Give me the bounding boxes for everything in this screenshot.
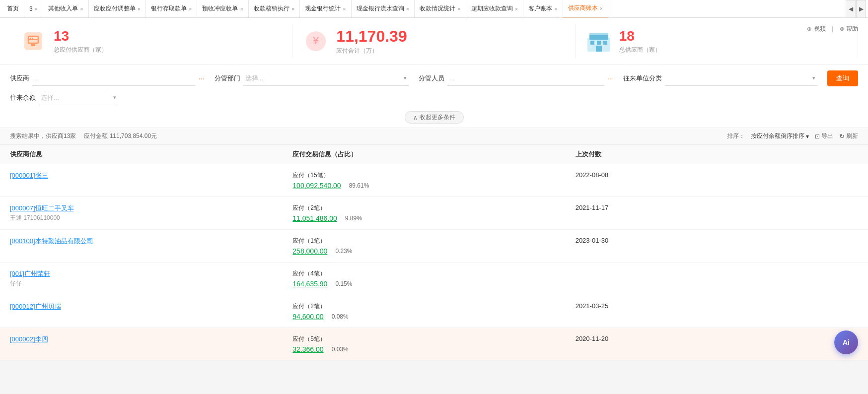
nav-arrow-left[interactable]: ◀ xyxy=(846,0,856,18)
payable-total-label: 应付合计（万） xyxy=(336,47,407,55)
results-bar: 搜索结果中，供应商13家 应付金额 111,703,854.00元 排序： 按应… xyxy=(0,128,868,145)
supplier-input[interactable] xyxy=(32,71,196,86)
video-link[interactable]: ⊙ 视频 xyxy=(807,25,825,33)
ai-button[interactable]: Ai xyxy=(834,330,858,354)
person-input[interactable] xyxy=(447,71,604,86)
dept-select[interactable]: 选择... ▾ xyxy=(243,71,409,86)
supplier-link[interactable]: [000001]张三 xyxy=(10,172,48,179)
export-label: 导出 xyxy=(821,132,833,140)
export-button[interactable]: ⊡ 导出 xyxy=(815,132,833,140)
nav-tab-customer-account[interactable]: 客户账本 × xyxy=(523,0,563,18)
nav-tab-advance-offset[interactable]: 预收冲应收单 × xyxy=(197,0,248,18)
supplier-link[interactable]: [000012]广州贝瑞 xyxy=(10,303,61,310)
tx-amount-link[interactable]: 258,000.00 xyxy=(292,247,327,255)
nav-tab-bank-deposit[interactable]: 银行存取款单 × xyxy=(146,0,197,18)
refresh-icon: ↻ xyxy=(839,132,845,140)
sort-label: 排序： xyxy=(727,132,745,140)
payable-total-info: 11,170.39 应付合计（万） xyxy=(336,27,407,55)
close-icon[interactable]: × xyxy=(240,6,243,12)
tx-amount-link[interactable]: 32,366.00 xyxy=(292,345,323,353)
filter-supplier: 供应商 ··· xyxy=(10,71,205,86)
header-supplier-info: 供应商信息 xyxy=(10,150,292,159)
person-dots-icon[interactable]: ··· xyxy=(607,74,613,82)
supplier-link[interactable]: [000002]李四 xyxy=(10,335,48,343)
nav-tab-advance-offset-label: 预收冲应收单 xyxy=(202,4,238,13)
supplier-sub: 王通 17106110000 xyxy=(10,214,292,222)
nav-tab-collection-check-label: 收款核销执行 xyxy=(254,4,289,13)
export-icon: ⊡ xyxy=(815,133,820,140)
sort-select[interactable]: 按应付余额倒序排序 ▾ xyxy=(751,132,809,140)
table-row: [000002]李四 应付（5笔） 32,366.00 0.03% 2020-1… xyxy=(0,328,868,361)
nav-tab-customer-account-label: 客户账本 xyxy=(528,4,552,13)
last-pay-date: 2023-01-30 xyxy=(576,237,609,244)
nav-tab-collection-check[interactable]: 收款核销执行 × xyxy=(249,0,300,18)
collapse-button[interactable]: ∧ 收起更多条件 xyxy=(405,111,464,124)
tx-label: 应付（15笔） xyxy=(292,171,575,180)
nav-arrows: ◀ ▶ xyxy=(846,0,866,18)
tx-row: 32,366.00 0.03% xyxy=(292,345,575,353)
tx-amount-link[interactable]: 100,092,540.00 xyxy=(292,182,341,190)
supplier-link[interactable]: [000007]恒旺二手叉车 xyxy=(10,204,74,212)
filter-category: 往来单位分类 ▾ xyxy=(623,71,818,86)
filter-balance: 往来余额 选择... ▾ xyxy=(10,90,119,105)
close-icon[interactable]: × xyxy=(35,6,38,12)
close-icon[interactable]: × xyxy=(189,6,192,12)
supplier-link[interactable]: [000100]本特勤油品有限公司 xyxy=(10,237,93,245)
tx-amount-link[interactable]: 11,051,486.00 xyxy=(292,214,337,222)
close-icon[interactable]: × xyxy=(515,6,518,12)
refresh-button[interactable]: ↻ 刷新 xyxy=(839,132,858,140)
nav-tab-home[interactable]: 首页 xyxy=(2,0,24,18)
last-pay-cell: 2020-11-20 xyxy=(576,335,858,342)
nav-tab-cash-bank-flow[interactable]: 现金银行流水查询 × xyxy=(352,0,415,18)
svg-rect-0 xyxy=(24,32,42,50)
refresh-label: 刷新 xyxy=(846,132,858,140)
collapse-chevron-icon: ∧ xyxy=(413,114,418,121)
close-icon[interactable]: × xyxy=(291,6,294,12)
filter-row-1: 供应商 ··· 分管部门 选择... ▾ 分管人员 ··· 往来单位分类 ▾ 查… xyxy=(10,70,858,86)
nav-tab-cash-bank-stat[interactable]: 现金银行统计 × xyxy=(300,0,351,18)
chevron-down-icon: ▾ xyxy=(113,94,116,101)
nav-tab-payable-adjust-label: 应收应付调整单 xyxy=(94,4,136,13)
last-pay-date: 2020-11-20 xyxy=(576,335,609,342)
tx-info-cell: 应付（1笔） 258,000.00 0.23% xyxy=(292,237,575,255)
nav-arrow-right[interactable]: ▶ xyxy=(856,0,866,18)
nav-tab-3[interactable]: 3 × xyxy=(24,0,43,18)
close-icon[interactable]: × xyxy=(80,6,83,12)
supplier-link[interactable]: [001]广州荣轩 xyxy=(10,270,50,277)
chevron-down-icon: ▾ xyxy=(812,75,815,81)
balance-label: 往来余额 xyxy=(10,93,36,102)
close-icon[interactable]: × xyxy=(457,6,460,12)
last-pay-cell: 2021-03-25 xyxy=(576,302,858,310)
nav-tab-other-income[interactable]: 其他收入单 × xyxy=(43,0,88,18)
balance-select[interactable]: 选择... ▾ xyxy=(39,90,118,105)
nav-tab-collection-stat[interactable]: 收款情况统计 × xyxy=(415,0,466,18)
close-icon[interactable]: × xyxy=(406,6,409,12)
tx-percent: 0.03% xyxy=(332,346,349,353)
category-select[interactable]: ▾ xyxy=(665,71,818,86)
tx-amount-link[interactable]: 164,635.90 xyxy=(292,280,327,288)
top-navigation: 首页 3 × 其他收入单 × 应收应付调整单 × 银行存取款单 × 预收冲应收单… xyxy=(0,0,868,18)
tx-percent: 0.15% xyxy=(335,280,352,287)
tx-amount-link[interactable]: 94,600.00 xyxy=(292,313,323,321)
last-pay-date: 2022-08-08 xyxy=(576,171,609,179)
total-suppliers-icon xyxy=(585,28,612,55)
close-icon[interactable]: × xyxy=(138,6,141,12)
table-row: [000100]本特勤油品有限公司 应付（1笔） 258,000.00 0.23… xyxy=(0,230,868,263)
last-pay-cell: 2022-08-08 xyxy=(576,171,858,179)
svg-text:¥: ¥ xyxy=(312,34,319,47)
close-icon[interactable]: × xyxy=(343,6,346,12)
nav-tab-payable-adjust[interactable]: 应收应付调整单 × xyxy=(89,0,146,18)
help-link[interactable]: ⊙ 帮助 xyxy=(840,25,858,33)
search-button[interactable]: 查询 xyxy=(827,70,858,86)
nav-tab-overdue-query[interactable]: 超期应收款查询 × xyxy=(466,0,523,18)
nav-tab-supplier-account[interactable]: 供应商账本 × xyxy=(563,0,608,18)
svg-rect-9 xyxy=(589,35,608,40)
table-area: 供应商信息 应付交易信息（占比） 上次付数 [000001]张三 应付（15笔）… xyxy=(0,145,868,361)
supplier-dots-icon[interactable]: ··· xyxy=(199,74,205,82)
tx-percent: 89.61% xyxy=(349,182,369,189)
close-icon[interactable]: × xyxy=(600,5,603,11)
dept-label: 分管部门 xyxy=(215,74,240,83)
close-icon[interactable]: × xyxy=(554,6,557,12)
nav-tab-home-label: 首页 xyxy=(7,4,19,13)
table-row: [000007]恒旺二手叉车 王通 17106110000 应付（2笔） 11,… xyxy=(0,197,868,230)
